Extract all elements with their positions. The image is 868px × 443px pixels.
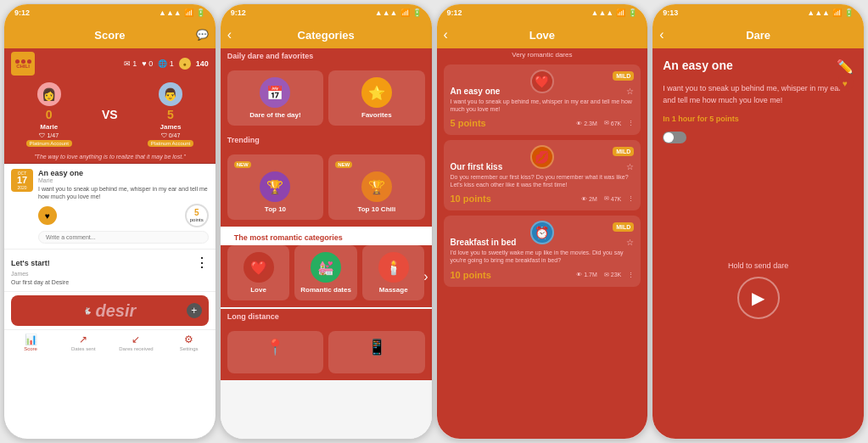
kiss-medal-wrapper: 💋 (530, 145, 554, 169)
time-3: 9:12 (447, 8, 462, 17)
header-title-4: Dare (746, 29, 770, 42)
long-dist-card2[interactable]: 📱 (328, 331, 424, 373)
sub-header: Very romantic dares (437, 48, 648, 61)
vs-text: VS (102, 108, 118, 121)
feed-user-1: Marie (38, 177, 209, 183)
long-dist-card1[interactable]: 📍 (227, 331, 323, 373)
feed-header-1: OCT 17 2020 An easy one Marie I want you… (11, 169, 209, 244)
bottom-nav: 📊 Score ↗ Dates sent ↙ Dares received ⚙ … (4, 329, 216, 355)
views-3: 👁 1.7M (576, 272, 597, 278)
status-bar-3: 9:12 ▲▲▲ 📶 🔋 (437, 4, 648, 21)
desire-text: desir (95, 301, 136, 321)
love-card[interactable]: ❤️ Love (227, 245, 290, 300)
player1-score: 0 (46, 108, 53, 121)
new-badge-2: NEW (335, 161, 352, 168)
status-icons-2: ▲▲▲ 📶 🔋 (375, 8, 422, 17)
dare-of-day-card[interactable]: 📅 Dare of the day! (227, 70, 323, 126)
feed-user-2: James (11, 271, 209, 277)
nav-dates-sent[interactable]: ↗ Dates sent (57, 330, 109, 355)
player1-avatar: 👩 (37, 82, 61, 106)
mails-2: ✉ 47K (604, 195, 621, 202)
battery-icon-3: 🔋 (628, 8, 637, 17)
nav-dares-received-label: Dares received (119, 346, 153, 351)
bookmark-icon-1[interactable]: ☆ (626, 87, 634, 96)
wifi-icon-3: 📶 (616, 8, 625, 17)
dare-timer: In 1 hour for 5 points (663, 115, 854, 123)
date-badge-1: OCT 17 2020 (11, 169, 33, 192)
nav-score-label: Score (24, 346, 37, 351)
status-icons-1: ▲▲▲ 📶 🔋 (159, 8, 205, 17)
play-button[interactable]: ▶ (737, 277, 780, 319)
bookmark-icon-3[interactable]: ☆ (626, 238, 634, 247)
status-icons-3: ▲▲▲ 📶 🔋 (591, 8, 638, 17)
players-row: 👩 0 Marie 🛡1/47 Platinum Account VS 👨 5 … (4, 79, 216, 150)
player2-stats: 🛡0/47 (161, 132, 181, 138)
feed-body-2: Our first day at Desire (11, 278, 209, 286)
more-1[interactable]: ⋮ (628, 120, 634, 126)
nav-dates-sent-label: Dates sent (71, 346, 96, 351)
back-btn-3[interactable]: ‹ (444, 27, 448, 42)
signal-icon: ▲▲▲ (159, 8, 182, 17)
player2-avatar: 👨 (159, 82, 182, 106)
status-icons-4: ▲▲▲ 📶 🔋 (807, 8, 854, 17)
heart-button-1[interactable]: ♥ (38, 206, 57, 225)
top10-card[interactable]: NEW 🏆 Top 10 (227, 154, 323, 220)
toggle-switch[interactable] (663, 132, 686, 143)
dare3-stats: 👁 1.7M ✉ 23K ⋮ (576, 272, 634, 278)
nav-dares-received[interactable]: ↙ Dares received (109, 330, 162, 355)
dare1-points: 5 points (451, 118, 486, 128)
dare1-body: I want you to sneak up behind me, whispe… (451, 98, 635, 113)
score-nav-icon: 📊 (25, 334, 37, 345)
favorites-label: Favorites (361, 111, 392, 119)
settings-icon: ⚙ (184, 334, 193, 345)
plus-button[interactable]: + (187, 303, 202, 318)
back-btn-2[interactable]: ‹ (227, 27, 232, 42)
massage-card[interactable]: 🕯️ Massage (362, 245, 425, 300)
feed-title-2: Let's start! (11, 259, 50, 267)
arrow-right-icon: › (423, 269, 428, 284)
dates-sent-icon: ↗ (79, 334, 87, 345)
back-btn-4[interactable]: ‹ (659, 27, 664, 42)
top10chili-icon: 🏆 (361, 171, 392, 202)
love-content: Very romantic dares ❤️ An easy one ☆ I w… (437, 48, 648, 439)
heart-medal-1: ❤️ (530, 70, 554, 93)
dare-detail-body: I want you to sneak up behind me, whispe… (663, 83, 854, 106)
hold-btn-area: Hold to send dare ▶ (663, 152, 854, 429)
kiss-medal: 💋 (530, 145, 554, 169)
player1: 👩 0 Marie 🛡1/47 Platinum Account (26, 82, 72, 147)
dares-received-icon: ↙ (132, 334, 140, 345)
chili-text: CHILI (16, 64, 30, 69)
nav-settings-label: Settings (180, 346, 199, 351)
more-3[interactable]: ⋮ (628, 272, 634, 278)
heart-icon-dare: ♥ (837, 75, 854, 92)
points-badge-1: 5 points (185, 204, 209, 227)
bookmark-icon-2[interactable]: ☆ (626, 162, 634, 171)
chili-icon: CHILI (11, 52, 35, 76)
feed-body-1: I want you to sneak up behind me, whispe… (38, 185, 209, 200)
time-2: 9:12 (231, 8, 246, 17)
edit-icon[interactable]: ✏️ (837, 59, 854, 75)
daily-row: 📅 Dare of the day! ⭐ Favorites (221, 64, 432, 132)
battery-icon: 🔋 (196, 8, 205, 17)
wifi-icon-2: 📶 (400, 8, 410, 17)
time-4: 9:13 (663, 8, 678, 17)
player2-name: James (160, 123, 182, 131)
top10chili-card[interactable]: NEW 🏆 Top 10 Chili (328, 154, 424, 220)
header-title-2: Categories (298, 29, 355, 42)
more-icon[interactable]: ⋮ (195, 255, 209, 271)
toggle-row (663, 132, 854, 143)
message-icon[interactable]: 💬 (196, 29, 209, 41)
more-2[interactable]: ⋮ (628, 195, 634, 202)
status-bar-4: 9:13 ▲▲▲ 📶 🔋 (652, 4, 864, 21)
comment-input[interactable] (38, 231, 209, 244)
romantic-dates-card[interactable]: 💒 Romantic dates (294, 245, 357, 300)
favorites-card[interactable]: ⭐ Favorites (328, 70, 424, 126)
battery-icon-4: 🔋 (844, 8, 854, 17)
phone-score: 9:12 ▲▲▲ 📶 🔋 Score 💬 CHILI (3, 3, 216, 440)
signal-icon-4: ▲▲▲ (807, 8, 830, 17)
top10-icon: 🏆 (260, 171, 290, 202)
nav-settings[interactable]: ⚙ Settings (163, 330, 216, 355)
nav-score[interactable]: 📊 Score (4, 330, 57, 355)
new-badge-1: NEW (234, 161, 251, 168)
dare-of-day-icon: 📅 (260, 77, 290, 108)
